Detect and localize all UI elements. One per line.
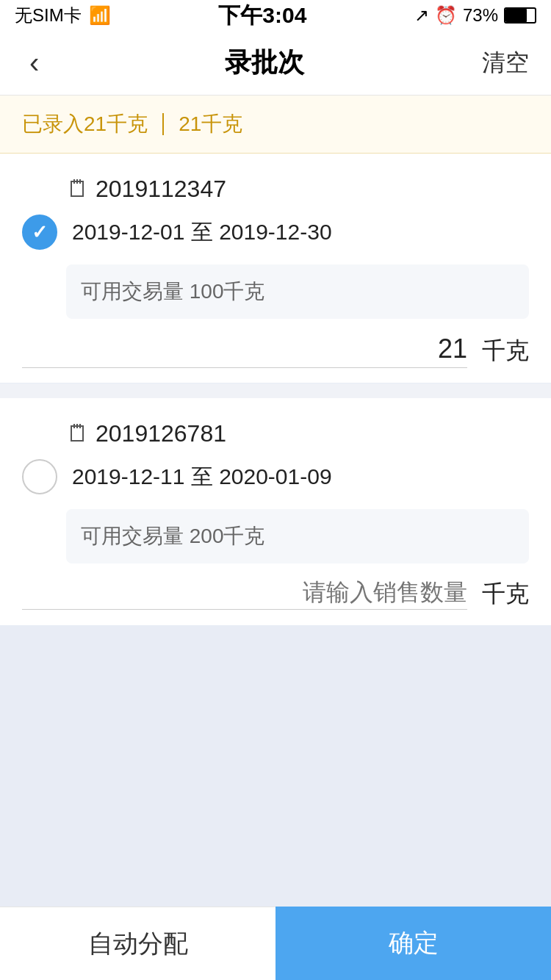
back-button[interactable]: ‹ (22, 39, 46, 87)
clear-button[interactable]: 清空 (482, 47, 529, 79)
nav-bar: ‹ 录批次 清空 (0, 31, 551, 96)
avail-row-1: 可用交易量 100千克 (66, 264, 529, 319)
batch-date-2: 2019-12-11 至 2020-01-09 (72, 462, 332, 492)
avail-row-2: 可用交易量 200千克 (66, 509, 529, 563)
location-icon: ↗ (414, 5, 429, 26)
radio-2[interactable] (22, 459, 57, 494)
batch-id-1: 2019112347 (96, 176, 226, 203)
batch-id-2: 2019126781 (96, 420, 226, 447)
batch-doc-icon-2: 🗒 (66, 420, 90, 447)
status-left: 无SIM卡 📶 (15, 4, 111, 27)
alarm-icon: ⏰ (435, 5, 457, 26)
batch-date-1: 2019-12-01 至 2019-12-30 (72, 217, 332, 248)
qty-unit-2: 千克 (482, 578, 529, 610)
confirm-button[interactable]: 确定 (276, 907, 551, 980)
batch-item-2: 🗒 2019126781 2019-12-11 至 2020-01-09 可用交… (0, 398, 551, 626)
qty-row-1: 21 千克 (0, 319, 551, 383)
batch-id-row-1: 🗒 2019112347 (22, 176, 529, 203)
batch-doc-icon-1: 🗒 (66, 176, 90, 203)
summary-divider (162, 113, 164, 135)
bottom-area (0, 626, 551, 920)
status-right: ↗ ⏰ 73% (414, 5, 536, 26)
batch-date-row-2[interactable]: 2019-12-11 至 2020-01-09 (22, 459, 529, 494)
auto-distribute-button[interactable]: 自动分配 (0, 907, 276, 980)
batch-date-row-1[interactable]: 2019-12-01 至 2019-12-30 (22, 215, 529, 250)
batch-item-1: 🗒 2019112347 2019-12-01 至 2019-12-30 可用交… (0, 154, 551, 383)
wifi-icon: 📶 (89, 5, 111, 26)
status-time: 下午3:04 (218, 1, 306, 31)
qty-input-wrapper-2[interactable] (22, 579, 467, 610)
status-bar: 无SIM卡 📶 下午3:04 ↗ ⏰ 73% (0, 0, 551, 31)
qty-value-1: 21 (438, 334, 467, 364)
qty-unit-1: 千克 (482, 335, 529, 367)
batch-id-row-2: 🗒 2019126781 (22, 420, 529, 447)
avail-text-2: 可用交易量 200千克 (81, 525, 265, 547)
avail-text-1: 可用交易量 100千克 (81, 280, 265, 303)
battery-icon (504, 7, 536, 24)
qty-input-wrapper-1[interactable]: 21 (22, 334, 467, 368)
qty-row-2[interactable]: 千克 (0, 563, 551, 626)
summary-value: 21千克 (179, 110, 242, 138)
battery-label: 73% (463, 5, 498, 26)
qty-input-2[interactable] (22, 579, 467, 606)
page-title: 录批次 (225, 45, 304, 81)
summary-bar: 已录入21千克 21千克 (0, 96, 551, 154)
bottom-buttons: 自动分配 确定 (0, 907, 551, 980)
summary-label: 已录入21千克 (22, 110, 148, 138)
separator-1 (0, 383, 551, 398)
radio-1[interactable] (22, 215, 57, 250)
no-sim-label: 无SIM卡 (15, 4, 82, 27)
